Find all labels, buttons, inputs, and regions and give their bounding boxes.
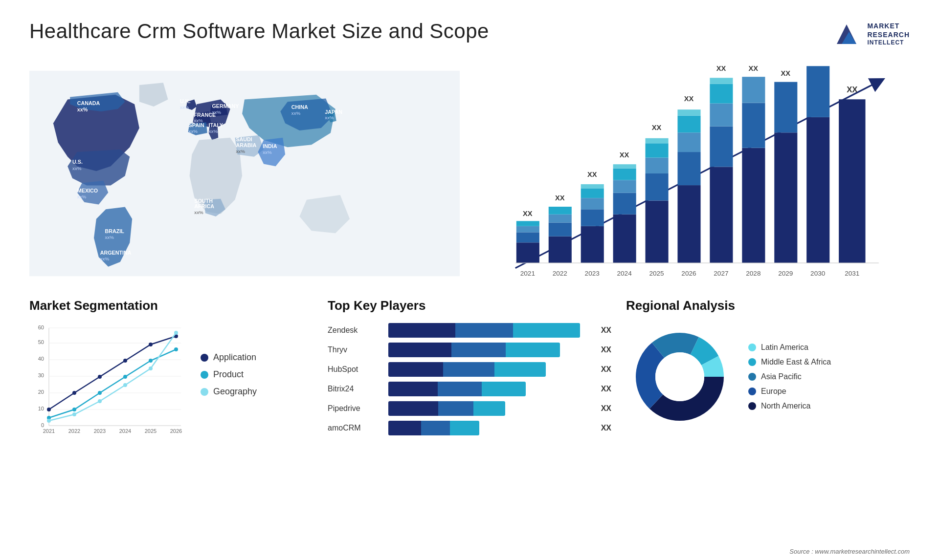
svg-text:30: 30 — [38, 372, 44, 378]
svg-point-123 — [98, 375, 102, 379]
player-row-bitrix24: Bitrix24 XX — [328, 382, 611, 396]
svg-text:xx%: xx% — [189, 129, 198, 134]
svg-point-128 — [72, 408, 76, 411]
svg-text:0: 0 — [41, 422, 44, 428]
svg-rect-60 — [646, 158, 669, 173]
growth-chart-svg: XX XX XX XX — [479, 64, 910, 283]
player-name-zendesk: Zendesk — [328, 326, 381, 335]
svg-text:XX: XX — [587, 171, 597, 178]
svg-rect-48 — [581, 198, 604, 209]
svg-rect-77 — [742, 103, 765, 148]
regional-dot-asia — [748, 373, 756, 381]
svg-text:10: 10 — [38, 406, 44, 411]
regional-label-na: North America — [761, 402, 810, 410]
regional-section: Regional Analysis — [626, 298, 910, 454]
svg-rect-73 — [710, 84, 733, 104]
svg-text:50: 50 — [38, 339, 44, 345]
svg-text:2030: 2030 — [810, 270, 826, 277]
player-bar-zendesk — [388, 323, 590, 338]
svg-text:U.S.: U.S. — [72, 159, 83, 165]
svg-point-134 — [72, 412, 76, 416]
seg-chart-container: 0 10 20 30 40 50 60 2021 — [29, 323, 313, 440]
svg-text:JAPAN: JAPAN — [325, 109, 342, 115]
svg-rect-50 — [581, 184, 604, 188]
svg-rect-83 — [806, 117, 829, 263]
svg-text:xx%: xx% — [105, 235, 114, 240]
svg-text:xx%: xx% — [291, 110, 301, 116]
regional-dot-latin — [748, 344, 756, 351]
legend-dot-application — [201, 354, 208, 362]
svg-point-135 — [98, 399, 102, 403]
svg-text:XX: XX — [620, 151, 629, 159]
page-title: Healthcare Crm Software Market Size and … — [29, 20, 489, 43]
svg-rect-44 — [549, 207, 572, 215]
player-bar-hubspot — [388, 362, 590, 377]
regional-label-asia: Asia Pacific — [761, 372, 802, 381]
player-bar-amocrm — [388, 421, 590, 435]
svg-point-124 — [123, 359, 127, 363]
source-text: Source : www.marketresearchintellect.com — [789, 548, 910, 555]
svg-rect-41 — [549, 237, 572, 263]
regional-item-latin: Latin America — [748, 343, 831, 352]
svg-text:SAUDI: SAUDI — [236, 136, 252, 142]
regional-title: Regional Analysis — [626, 298, 910, 313]
svg-text:GERMANY: GERMANY — [212, 103, 239, 109]
legend-application: Application — [201, 352, 257, 363]
svg-rect-38 — [516, 226, 539, 233]
svg-text:2024: 2024 — [617, 270, 632, 277]
players-title: Top Key Players — [328, 298, 611, 313]
svg-rect-59 — [646, 173, 669, 200]
svg-text:xx%: xx% — [180, 105, 189, 110]
svg-point-137 — [149, 366, 153, 370]
svg-text:2026: 2026 — [681, 270, 696, 277]
player-row-thryv: Thryv XX — [328, 343, 611, 357]
svg-point-132 — [174, 347, 178, 351]
svg-text:2025: 2025 — [145, 428, 156, 434]
svg-text:ITALY: ITALY — [209, 122, 223, 128]
svg-point-121 — [47, 408, 51, 411]
svg-rect-76 — [742, 148, 765, 263]
segmentation-section: Market Segmentation 0 10 20 30 40 50 60 — [29, 298, 313, 454]
svg-text:XX: XX — [813, 64, 823, 65]
svg-point-144 — [655, 352, 704, 401]
svg-point-129 — [98, 391, 102, 395]
legend-dot-product — [201, 371, 208, 379]
map-section: CANADA xx% U.S. xx% MEXICO xx% BRAZIL xx… — [29, 64, 460, 283]
svg-text:2024: 2024 — [119, 428, 131, 434]
svg-text:AFRICA: AFRICA — [194, 203, 214, 209]
regional-dot-na — [748, 402, 756, 410]
regional-legend: Latin America Middle East & Africa Asia … — [748, 343, 831, 410]
player-name-pipedrive: Pipedrive — [328, 404, 381, 413]
svg-text:2027: 2027 — [714, 270, 728, 277]
svg-rect-49 — [581, 188, 604, 198]
svg-rect-46 — [581, 226, 604, 263]
players-section: Top Key Players Zendesk XX Thryv — [328, 298, 611, 454]
svg-text:2029: 2029 — [778, 270, 793, 277]
svg-text:SOUTH: SOUTH — [194, 198, 213, 204]
svg-rect-42 — [549, 222, 572, 236]
legend-product: Product — [201, 369, 257, 380]
player-bar-pipedrive — [388, 401, 590, 416]
player-value-bitrix24: XX — [601, 385, 611, 393]
svg-text:ARABIA: ARABIA — [236, 142, 256, 148]
svg-text:xx%: xx% — [263, 150, 272, 155]
growth-chart-section: XX XX XX XX — [479, 64, 910, 283]
svg-point-136 — [123, 383, 127, 387]
logo-area: MARKET RESEARCH INTELLECT — [832, 20, 910, 49]
svg-text:XX: XX — [749, 65, 759, 72]
svg-text:xx%: xx% — [212, 109, 222, 115]
player-value-zendesk: XX — [601, 326, 611, 335]
svg-rect-65 — [677, 152, 700, 185]
svg-text:2031: 2031 — [845, 270, 859, 277]
svg-rect-52 — [613, 215, 636, 263]
svg-rect-56 — [613, 164, 636, 168]
svg-text:CHINA: CHINA — [291, 104, 308, 110]
regional-item-mea: Middle East & Africa — [748, 358, 831, 366]
svg-text:XX: XX — [781, 69, 791, 77]
regional-item-europe: Europe — [748, 387, 831, 396]
svg-text:XX: XX — [523, 210, 533, 217]
regional-dot-europe — [748, 388, 756, 395]
svg-rect-61 — [646, 143, 669, 157]
svg-rect-64 — [677, 185, 700, 263]
svg-point-131 — [149, 359, 153, 363]
